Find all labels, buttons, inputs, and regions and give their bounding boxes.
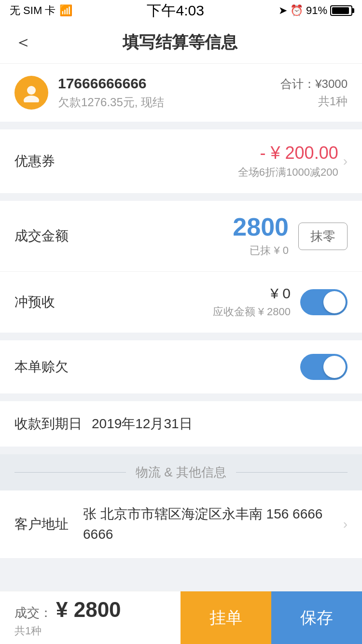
- customer-info: 17666666666 欠款1276.35元, 现结: [58, 75, 164, 110]
- customer-card: 17666666666 欠款1276.35元, 现结 合计：¥3000 共1种: [0, 64, 362, 122]
- prepay-right: ¥ 0 应收金额 ¥ 2800: [213, 285, 348, 319]
- alarm-icon: ⏰: [290, 4, 303, 17]
- deal-prepay-section: 成交金额 2800 已抹 ¥ 0 抹零 冲预收 ¥ 0 应收金额 ¥ 2800: [0, 201, 362, 333]
- customer-debt: 欠款1276.35元, 现结: [58, 95, 164, 110]
- sep-text: 物流 & 其他信息: [136, 464, 226, 481]
- duedate-label: 收款到期日: [14, 415, 82, 433]
- deal-amount-block: 2800 已抹 ¥ 0: [233, 214, 289, 258]
- address-label: 客户地址: [14, 515, 69, 533]
- prepay-amount-block: ¥ 0 应收金额 ¥ 2800: [213, 285, 291, 319]
- coupon-label: 优惠券: [14, 152, 55, 170]
- location-icon: ➤: [278, 4, 287, 17]
- duedate-row: 收款到期日 2019年12月31日: [0, 401, 362, 447]
- back-button[interactable]: ＜: [14, 30, 42, 54]
- deal-row: 成交金额 2800 已抹 ¥ 0 抹零: [0, 201, 362, 272]
- coupon-amount: - ¥ 200.00: [238, 143, 338, 163]
- save-button-label: 保存: [300, 607, 333, 629]
- page-title: 填写结算等信息: [42, 31, 319, 54]
- customer-phone: 17666666666: [58, 75, 164, 92]
- nav-bar: ＜ 填写结算等信息: [0, 21, 362, 64]
- coupon-row[interactable]: 优惠券 - ¥ 200.00 全场6折满1000减200 ›: [0, 129, 362, 193]
- total-label: 合计：¥3000: [280, 76, 348, 92]
- debt-label: 本单赊欠: [14, 358, 69, 376]
- back-icon: ＜: [14, 32, 32, 52]
- svg-point-1: [24, 96, 39, 102]
- coupon-chevron-icon: ›: [343, 154, 348, 169]
- customer-right: 合计：¥3000 共1种: [280, 76, 348, 109]
- deal-label: 成交金额: [14, 227, 69, 245]
- total-count: 共1种: [280, 94, 348, 109]
- avatar: [14, 76, 48, 110]
- bottom-left: 成交： ¥ 2800 共1种: [0, 598, 181, 638]
- save-button[interactable]: 保存: [271, 591, 362, 644]
- status-time: 下午4:03: [147, 1, 204, 21]
- duedate-value: 2019年12月31日: [92, 415, 193, 433]
- deal-sub: 已抹 ¥ 0: [233, 243, 289, 258]
- address-value: 张 北京市市辖区海淀区永丰南 156 6666 6666: [83, 504, 338, 545]
- coupon-right: - ¥ 200.00 全场6折满1000减200 ›: [238, 143, 348, 180]
- sep-line-right: [236, 472, 348, 473]
- no-sim-text: 无 SIM 卡: [10, 3, 56, 18]
- battery-fill: [332, 7, 349, 14]
- debt-toggle[interactable]: [300, 354, 348, 380]
- battery-text: 91%: [306, 4, 327, 17]
- bottom-bar: 成交： ¥ 2800 共1种 挂单 保存: [0, 591, 362, 644]
- coupon-info: - ¥ 200.00 全场6折满1000减200: [238, 143, 338, 180]
- toggle-thumb: [323, 291, 346, 313]
- address-row[interactable]: 客户地址 张 北京市市辖区海淀区永丰南 156 6666 6666 ›: [0, 490, 362, 558]
- coupon-desc: 全场6折满1000减200: [238, 165, 338, 180]
- deal-right: 2800 已抹 ¥ 0 抹零: [233, 214, 348, 258]
- status-left: 无 SIM 卡 📶: [10, 3, 72, 18]
- prepay-label: 冲预收: [14, 293, 55, 311]
- hang-button[interactable]: 挂单: [181, 591, 271, 644]
- status-bar: 无 SIM 卡 📶 下午4:03 ➤ ⏰ 91%: [0, 0, 362, 21]
- bottom-amount: ¥ 2800: [56, 598, 121, 622]
- prepay-amount: ¥ 0: [213, 285, 291, 302]
- bottom-deal-row: 成交： ¥ 2800: [14, 598, 166, 622]
- debt-toggle-thumb: [323, 356, 346, 378]
- customer-left: 17666666666 欠款1276.35元, 现结: [14, 75, 164, 110]
- bottom-deal-label: 成交：: [14, 604, 52, 621]
- status-right: ➤ ⏰ 91%: [278, 4, 352, 17]
- prepay-toggle[interactable]: [300, 289, 348, 315]
- sep-line-left: [14, 472, 126, 473]
- svg-point-0: [27, 86, 36, 95]
- address-chevron-icon: ›: [343, 517, 348, 532]
- prepay-row: 冲预收 ¥ 0 应收金额 ¥ 2800: [0, 272, 362, 333]
- hang-button-label: 挂单: [209, 607, 242, 629]
- round-button[interactable]: 抹零: [298, 223, 348, 250]
- bottom-count: 共1种: [14, 624, 166, 638]
- debt-row: 本单赊欠: [0, 340, 362, 393]
- battery-icon: [330, 5, 352, 16]
- logistics-separator: 物流 & 其他信息: [0, 454, 362, 490]
- deal-amount: 2800: [233, 214, 289, 239]
- content-area: 17666666666 欠款1276.35元, 现结 合计：¥3000 共1种 …: [0, 64, 362, 616]
- prepay-sub: 应收金额 ¥ 2800: [213, 305, 291, 319]
- wifi-icon: 📶: [59, 4, 72, 17]
